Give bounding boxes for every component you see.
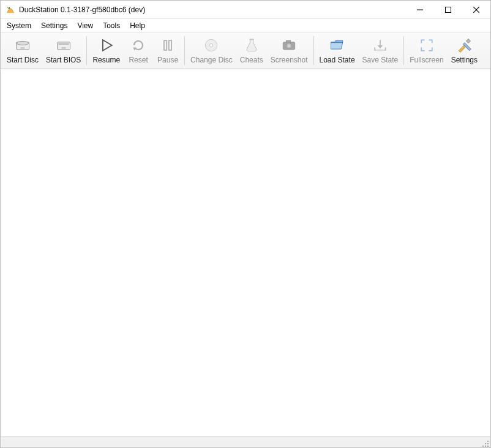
resume-button[interactable]: Resume bbox=[89, 34, 124, 67]
svg-marker-12 bbox=[133, 48, 136, 51]
svg-rect-17 bbox=[249, 39, 253, 40]
screenshot-button: Screenshot bbox=[267, 34, 312, 67]
svg-marker-11 bbox=[103, 40, 112, 51]
svg-rect-13 bbox=[164, 40, 167, 50]
minimize-button[interactable] bbox=[406, 1, 434, 18]
menu-system[interactable]: System bbox=[2, 19, 36, 32]
pause-icon bbox=[159, 37, 176, 54]
svg-point-16 bbox=[210, 43, 213, 47]
svg-point-21 bbox=[288, 45, 290, 47]
start-disc-button[interactable]: Start Disc bbox=[3, 34, 42, 67]
reset-button: Reset bbox=[124, 34, 153, 67]
titlebar: DuckStation 0.1-3187-gf580dbc6 (dev) bbox=[1, 1, 490, 19]
main-content bbox=[1, 69, 490, 436]
window-title: DuckStation 0.1-3187-gf580dbc6 (dev) bbox=[19, 6, 145, 14]
app-icon bbox=[6, 5, 15, 15]
save-state-button: Save State bbox=[359, 34, 402, 67]
load-state-button[interactable]: Load State bbox=[316, 34, 359, 67]
disc-drive-icon bbox=[14, 37, 31, 54]
toolbar-separator bbox=[184, 36, 185, 65]
svg-rect-19 bbox=[287, 40, 291, 43]
camera-icon bbox=[280, 37, 298, 54]
change-disc-button: Change Disc bbox=[187, 34, 236, 67]
svg-rect-14 bbox=[169, 40, 171, 50]
close-button[interactable] bbox=[462, 1, 490, 18]
svg-point-6 bbox=[17, 41, 28, 45]
svg-point-23 bbox=[375, 49, 385, 51]
settings-button[interactable]: Settings bbox=[448, 34, 481, 67]
flask-icon bbox=[243, 37, 260, 54]
resize-grip[interactable] bbox=[481, 439, 489, 447]
svg-marker-22 bbox=[378, 45, 383, 48]
refresh-icon bbox=[130, 37, 147, 54]
toolbar-separator bbox=[313, 36, 314, 65]
menu-settings[interactable]: Settings bbox=[36, 19, 72, 32]
svg-rect-2 bbox=[446, 7, 451, 12]
start-bios-button[interactable]: Start BIOS bbox=[42, 34, 84, 67]
tools-icon bbox=[455, 37, 473, 54]
menu-tools[interactable]: Tools bbox=[98, 19, 125, 32]
toolbar: Start Disc Start BIOS Resume bbox=[1, 32, 490, 69]
play-icon bbox=[98, 37, 115, 54]
statusbar bbox=[1, 436, 490, 447]
maximize-button[interactable] bbox=[434, 1, 462, 18]
menubar: System Settings View Tools Help bbox=[1, 19, 490, 32]
pause-button: Pause bbox=[153, 34, 182, 67]
svg-point-15 bbox=[206, 39, 217, 51]
fullscreen-icon bbox=[418, 37, 435, 54]
menu-help[interactable]: Help bbox=[125, 19, 150, 32]
menu-view[interactable]: View bbox=[72, 19, 98, 32]
toolbar-separator bbox=[86, 36, 87, 65]
cheats-button: Cheats bbox=[236, 34, 267, 67]
save-download-icon bbox=[372, 37, 389, 54]
svg-point-20 bbox=[287, 43, 292, 49]
disc-icon bbox=[203, 37, 220, 54]
svg-rect-9 bbox=[58, 43, 69, 45]
toolbar-separator bbox=[403, 36, 404, 65]
folder-open-icon bbox=[329, 37, 346, 54]
svg-rect-10 bbox=[61, 48, 66, 49]
drive-icon bbox=[55, 37, 72, 54]
fullscreen-button: Fullscreen bbox=[406, 34, 447, 67]
svg-rect-18 bbox=[283, 42, 295, 50]
svg-rect-7 bbox=[21, 48, 25, 49]
